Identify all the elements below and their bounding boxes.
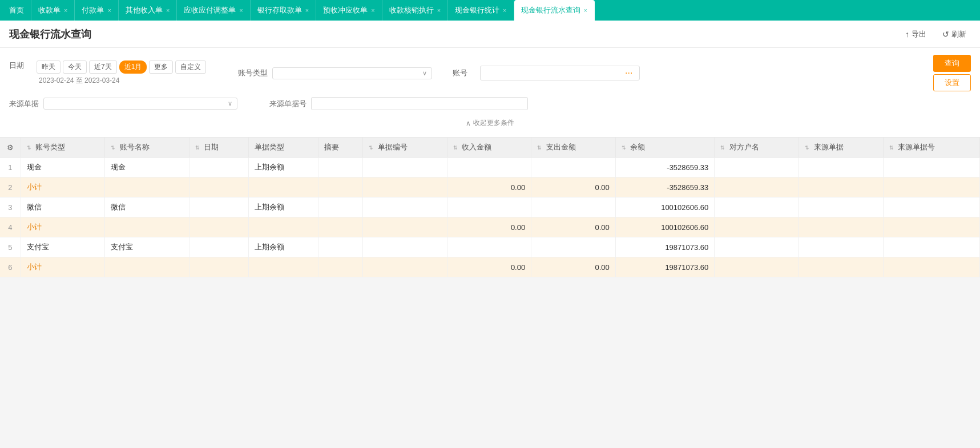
nav-tab-prepay[interactable]: 预收冲应收单 ×	[316, 0, 382, 21]
nav-tab-home[interactable]: 首页	[2, 0, 31, 21]
query-button[interactable]: 查询	[933, 55, 971, 72]
col-account-type[interactable]: ⇅ 账号类型	[21, 138, 105, 158]
cell-account_type: 微信	[21, 197, 105, 217]
cell-doc_no	[362, 197, 447, 217]
cell-date	[189, 217, 248, 237]
cell-source_doc_no	[883, 257, 979, 277]
cell-balance: -3528659.33	[615, 177, 715, 197]
nav-tab-adjustment[interactable]: 应收应付调整单 ×	[177, 0, 250, 21]
cell-source_doc_no	[883, 197, 979, 217]
close-icon[interactable]: ×	[371, 7, 374, 14]
date-btn-yesterday[interactable]: 昨天	[37, 60, 61, 74]
row-number: 5	[0, 237, 21, 257]
cell-doc_no	[362, 217, 447, 237]
sort-icon: ⇅	[805, 145, 809, 151]
source-doc-num-input-wrap	[311, 97, 528, 110]
cell-account_type: 小计	[21, 217, 105, 237]
col-doc-type[interactable]: 单据类型	[249, 138, 318, 158]
export-button[interactable]: ↑ 导出	[901, 27, 931, 42]
cell-account_type: 现金	[21, 158, 105, 177]
cell-doc_no	[362, 158, 447, 177]
cell-account_name	[105, 257, 189, 277]
cell-doc_no	[362, 237, 447, 257]
cell-source_doc	[798, 237, 883, 257]
close-icon[interactable]: ×	[437, 7, 441, 14]
account-dots-icon[interactable]: ···	[623, 68, 635, 78]
source-doc-select[interactable]: ∨	[43, 98, 237, 110]
cell-income: 0.00	[447, 177, 531, 197]
table-row[interactable]: 1现金现金上期余额-3528659.33	[0, 158, 980, 177]
cell-source_doc_no	[883, 177, 979, 197]
close-icon[interactable]: ×	[503, 7, 506, 14]
account-select[interactable]: ···	[480, 66, 640, 80]
col-balance[interactable]: ⇅ 余额	[615, 138, 715, 158]
collapse-bar[interactable]: ∧ 收起更多条件	[9, 116, 971, 130]
nav-tab-bank-deposit[interactable]: 银行存取款单 ×	[251, 0, 316, 21]
top-navigation: 首页 收款单 × 付款单 × 其他收入单 × 应收应付调整单 × 银行存取款单 …	[0, 0, 980, 21]
date-btn-more[interactable]: 更多	[149, 60, 173, 74]
cell-income	[447, 197, 531, 217]
close-icon[interactable]: ×	[107, 7, 111, 14]
settings-button[interactable]: 设置	[933, 74, 971, 91]
close-icon[interactable]: ×	[584, 7, 587, 14]
account-type-label: 账号类型	[238, 68, 268, 78]
cell-source_doc	[798, 177, 883, 197]
export-icon: ↑	[905, 30, 909, 39]
date-filter-label: 日期	[9, 60, 32, 71]
table-row[interactable]: 6小计0.000.0019871073.60	[0, 257, 980, 277]
account-type-select[interactable]: ∨	[272, 67, 432, 79]
row-number: 1	[0, 158, 21, 177]
cell-date	[189, 197, 248, 217]
sort-icon: ⇅	[622, 145, 626, 151]
table-row[interactable]: 2小计0.000.00-3528659.33	[0, 177, 980, 197]
filter-area: 日期 昨天 今天 近7天 近1月 更多 自定义 2023-02-24 至 202…	[0, 48, 980, 138]
cell-doc_type: 上期余额	[249, 237, 318, 257]
filter-buttons: 查询 设置	[933, 55, 971, 91]
date-btn-today[interactable]: 今天	[63, 60, 87, 74]
refresh-icon: ↺	[942, 30, 949, 39]
nav-tab-other-income[interactable]: 其他收入单 ×	[119, 0, 177, 21]
col-account-name[interactable]: ⇅ 账号名称	[105, 138, 189, 158]
source-doc-num-input[interactable]	[316, 99, 523, 108]
refresh-button[interactable]: ↺ 刷新	[938, 27, 971, 42]
cell-account_name: 支付宝	[105, 237, 189, 257]
col-source-doc-no[interactable]: ⇅ 来源单据号	[883, 138, 979, 158]
cell-income	[447, 158, 531, 177]
nav-tab-payment[interactable]: 付款单 ×	[75, 0, 118, 21]
close-icon[interactable]: ×	[64, 7, 67, 14]
cell-source_doc	[798, 257, 883, 277]
date-btn-custom[interactable]: 自定义	[175, 60, 206, 74]
cell-date	[189, 177, 248, 197]
date-range-display: 2023-02-24 至 2023-03-24	[39, 76, 206, 86]
col-summary[interactable]: 摘要	[318, 138, 362, 158]
close-icon[interactable]: ×	[239, 7, 243, 14]
col-income[interactable]: ⇅ 收入金额	[447, 138, 531, 158]
cell-doc_type	[249, 217, 318, 237]
col-expense[interactable]: ⇅ 支出金额	[531, 138, 616, 158]
nav-tab-collection[interactable]: 收款核销执行 ×	[382, 0, 448, 21]
nav-tab-cash-flow[interactable]: 现金银行流水查询 ×	[514, 0, 595, 21]
cell-counterpart	[715, 158, 799, 177]
page-title: 现金银行流水查询	[9, 27, 91, 41]
date-options-row: 昨天 今天 近7天 近1月 更多 自定义	[37, 60, 206, 74]
nav-tab-cash-stats[interactable]: 现金银行统计 ×	[448, 0, 514, 21]
nav-tab-receipt[interactable]: 收款单 ×	[31, 0, 75, 21]
close-icon[interactable]: ×	[166, 7, 170, 14]
col-counterpart[interactable]: ⇅ 对方户名	[715, 138, 799, 158]
cell-doc_type: 上期余额	[249, 158, 318, 177]
row-number: 4	[0, 217, 21, 237]
table-row[interactable]: 4小计0.000.00100102606.60	[0, 217, 980, 237]
table-row[interactable]: 5支付宝支付宝上期余额19871073.60	[0, 237, 980, 257]
date-btn-7days[interactable]: 近7天	[89, 60, 117, 74]
table-row[interactable]: 3微信微信上期余额100102606.60	[0, 197, 980, 217]
cell-counterpart	[715, 217, 799, 237]
col-doc-no[interactable]: ⇅ 单据编号	[362, 138, 447, 158]
col-date[interactable]: ⇅ 日期	[189, 138, 248, 158]
gear-column-header[interactable]: ⚙	[0, 138, 21, 158]
date-btn-1month[interactable]: 近1月	[119, 60, 147, 74]
cell-source_doc	[798, 217, 883, 237]
col-source-doc[interactable]: ⇅ 来源单据	[798, 138, 883, 158]
cell-date	[189, 257, 248, 277]
cell-balance: 19871073.60	[615, 257, 715, 277]
close-icon[interactable]: ×	[305, 7, 309, 14]
